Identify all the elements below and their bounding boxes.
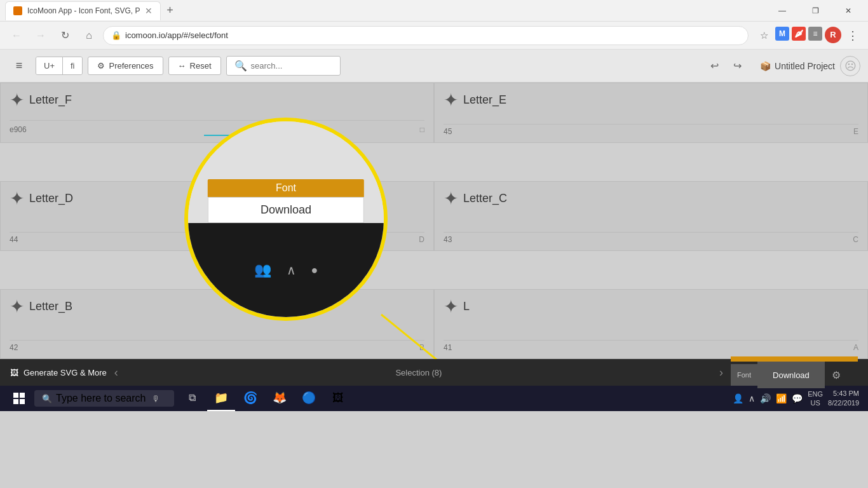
glyph-footer-a: 41 A bbox=[444, 340, 858, 352]
glyph-code-c: 43 bbox=[444, 235, 452, 244]
glyph-row-2: ✦ Letter_D 44 D ✦ Letter_C 43 C bbox=[0, 181, 868, 251]
glyph-char-e: E bbox=[853, 127, 858, 136]
glyph-icon-c: ✦ bbox=[444, 188, 458, 209]
people-systray-icon[interactable]: 👤 bbox=[733, 393, 743, 403]
glyph-header-c: ✦ Letter_C bbox=[444, 188, 858, 209]
menu-button[interactable]: ≡ bbox=[8, 55, 31, 78]
system-time-area: ENG US bbox=[808, 390, 823, 408]
glyph-icon-a: ✦ bbox=[444, 296, 458, 317]
notification-systray-icon[interactable]: 💬 bbox=[792, 393, 803, 403]
glyph-name-a: L bbox=[463, 300, 470, 313]
taskbar-app-edge[interactable]: 🦊 bbox=[266, 386, 294, 411]
glyph-name-e: Letter_E bbox=[463, 93, 506, 107]
redo-button[interactable]: ↪ bbox=[727, 56, 747, 76]
url-text: icomoon.io/app/#/select/font bbox=[125, 30, 228, 40]
extension-1-icon[interactable]: M bbox=[775, 27, 789, 41]
project-icon: 📦 bbox=[760, 61, 771, 71]
reset-button[interactable]: ↔ Reset bbox=[168, 57, 221, 75]
smiley-button[interactable]: ☹ bbox=[840, 56, 860, 76]
glyph-name-c: Letter_C bbox=[463, 192, 507, 205]
glyph-code-a: 41 bbox=[444, 343, 452, 352]
glyph-name-d: Letter_D bbox=[29, 192, 73, 205]
taskbar-app-chrome[interactable]: 🌀 bbox=[236, 386, 264, 411]
row-spacer-2 bbox=[0, 251, 868, 289]
taskbar-app-browser2[interactable]: 🔵 bbox=[295, 386, 323, 411]
edge-icon: 🦊 bbox=[273, 391, 287, 405]
new-tab-button[interactable]: + bbox=[161, 2, 179, 20]
menu-icon: ≡ bbox=[16, 59, 23, 72]
extension-2-icon[interactable]: 🌶 bbox=[792, 27, 806, 41]
browser-tab[interactable]: IcoMoon App - Icon Font, SVG, P ✕ bbox=[5, 1, 161, 20]
preferences-button[interactable]: ⚙ Preferences bbox=[88, 57, 163, 75]
windows-logo-icon bbox=[13, 392, 25, 405]
address-bar[interactable]: 🔒 icomoon.io/app/#/select/font bbox=[103, 26, 749, 45]
glyph-footer-e: 45 E bbox=[444, 124, 858, 136]
glyph-code-d: 44 bbox=[10, 235, 18, 244]
network-systray-icon[interactable]: 🔊 bbox=[760, 393, 771, 403]
settings-icon: ⚙ bbox=[832, 369, 841, 381]
font-label-bar: Font bbox=[731, 364, 757, 386]
right-chevron-button[interactable]: › bbox=[719, 366, 723, 379]
refresh-button[interactable]: ↻ bbox=[55, 25, 75, 46]
undo-button[interactable]: ↩ bbox=[704, 56, 724, 76]
taskbar-mic-icon[interactable]: 🎙 bbox=[152, 394, 160, 403]
unicode-mode-button[interactable]: U+ bbox=[36, 57, 63, 74]
systray: 👤 ∧ 🔊 📶 💬 ENG US 5:43 PM 8/22/2019 bbox=[728, 389, 864, 409]
glyph-icon-b: ✦ bbox=[10, 296, 24, 317]
forward-button[interactable]: → bbox=[31, 25, 51, 46]
browser-titlebar: IcoMoon App - Icon Font, SVG, P ✕ + — ❐ … bbox=[0, 0, 868, 22]
extension-3-icon[interactable]: ≡ bbox=[808, 27, 822, 41]
region-label: US bbox=[811, 398, 820, 407]
taskbar-app-photos[interactable]: 🖼 bbox=[324, 386, 352, 411]
app-toolbar: ≡ U+ fi ⚙ Preferences ↔ Reset 🔍 ↩ ↪ 📦 Un… bbox=[0, 50, 868, 83]
glyph-header-e: ✦ Letter_E bbox=[444, 90, 858, 111]
glyph-icon-d: ✦ bbox=[10, 188, 24, 209]
undo-redo-buttons: ↩ ↪ bbox=[704, 56, 747, 76]
restore-button[interactable]: ❐ bbox=[801, 0, 830, 22]
app-bottom-bar: 🖼 Generate SVG & More ‹ Selection (8) › … bbox=[0, 359, 868, 386]
volume-systray-icon[interactable]: 📶 bbox=[776, 393, 787, 403]
generate-svg-button[interactable]: 🖼 Generate SVG & More bbox=[10, 368, 107, 377]
taskbar-search-icon: 🔍 bbox=[42, 394, 52, 403]
glyph-input-f[interactable] bbox=[204, 123, 242, 136]
generate-label: Generate SVG & More bbox=[24, 368, 107, 377]
glyph-code-b: 42 bbox=[10, 343, 18, 352]
tab-close-button[interactable]: ✕ bbox=[145, 6, 153, 16]
ligature-mode-button[interactable]: fi bbox=[63, 57, 83, 74]
font-settings-button[interactable]: ⚙ bbox=[825, 362, 848, 388]
svg-rect-4 bbox=[20, 399, 25, 404]
left-chevron-button[interactable]: ‹ bbox=[114, 366, 118, 379]
glyph-char-d: D bbox=[419, 235, 424, 244]
clock-area[interactable]: 5:43 PM 8/22/2019 bbox=[828, 389, 859, 409]
font-download-row: Font Download ⚙ bbox=[731, 362, 858, 388]
taskbar-app-explorer[interactable]: 📁 bbox=[207, 386, 235, 411]
font-download-section: Font Download ⚙ bbox=[731, 356, 858, 388]
start-button[interactable] bbox=[4, 386, 34, 411]
more-options-button[interactable]: ⋮ bbox=[844, 27, 862, 44]
taskbar-app-taskview[interactable]: ⧉ bbox=[178, 386, 206, 411]
home-button[interactable]: ⌂ bbox=[79, 25, 99, 46]
back-button[interactable]: ← bbox=[6, 25, 27, 46]
row-spacer-1 bbox=[0, 143, 868, 181]
bookmark-button[interactable]: ☆ bbox=[755, 27, 773, 44]
svg-rect-2 bbox=[20, 393, 25, 398]
glyph-footer-c: 43 C bbox=[444, 232, 858, 244]
navbar-actions: ☆ M 🌶 ≡ R ⋮ bbox=[755, 27, 862, 44]
download-button[interactable]: Download bbox=[757, 362, 825, 388]
close-button[interactable]: ✕ bbox=[834, 0, 863, 22]
user-avatar[interactable]: R bbox=[825, 27, 841, 43]
taskbar-search-box[interactable]: 🔍 Type here to search 🎙 bbox=[34, 390, 174, 407]
glyph-footer-b: 42 B bbox=[10, 340, 424, 352]
glyph-char-b: B bbox=[419, 343, 424, 352]
search-input[interactable] bbox=[251, 61, 327, 71]
project-name-area[interactable]: 📦 Untitled Project bbox=[760, 61, 835, 71]
glyph-char-c: C bbox=[853, 235, 858, 244]
window-controls: — ❐ ✕ bbox=[768, 0, 863, 22]
search-box[interactable]: 🔍 bbox=[226, 56, 341, 76]
minimize-button[interactable]: — bbox=[768, 0, 797, 22]
chevron-systray-icon[interactable]: ∧ bbox=[749, 393, 755, 403]
preferences-icon: ⚙ bbox=[97, 61, 105, 71]
language-label: ENG bbox=[808, 390, 823, 398]
glyph-name-b: Letter_B bbox=[29, 300, 72, 313]
time-label: 5:43 PM bbox=[833, 389, 859, 398]
